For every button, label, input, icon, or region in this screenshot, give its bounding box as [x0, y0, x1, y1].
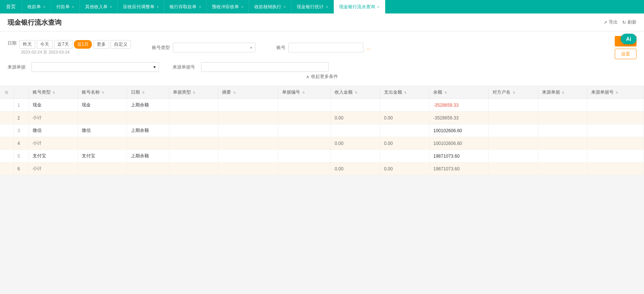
- nav-tab-1[interactable]: 付款单 ×: [51, 0, 80, 13]
- th-income[interactable]: 收入金额 ⇅: [331, 86, 380, 99]
- date-btn-more[interactable]: 更多: [93, 40, 109, 49]
- row-doc-type: [169, 150, 218, 163]
- row-income: 0.00: [331, 163, 380, 175]
- refresh-button[interactable]: ↻ 刷新: [622, 19, 636, 25]
- row-num: 5: [14, 150, 29, 163]
- row-expense: 0.00: [380, 112, 429, 124]
- row-account-type: 现金: [29, 99, 78, 112]
- row-source-doc-no: [587, 137, 644, 150]
- source-doc-select[interactable]: ▾: [32, 62, 159, 72]
- gear-icon[interactable]: ⚙: [5, 90, 9, 95]
- sort-icon: ⇅: [513, 91, 515, 94]
- row-account-name: 微信: [78, 124, 127, 137]
- table-row: 4 小计 0.00 0.00 100102606.60: [0, 137, 644, 150]
- nav-tab-5[interactable]: 预收冲应收单 ×: [207, 0, 249, 13]
- row-gear: [0, 124, 14, 137]
- row-balance: -3528659.33: [429, 112, 489, 124]
- row-account-type: 小计: [29, 137, 78, 150]
- close-icon[interactable]: ×: [157, 5, 159, 9]
- row-source-doc-no: [587, 163, 644, 175]
- data-table: ⚙ 账号类型 ⇅ 账号名称 ⇅ 日期 ⇅ 单据类型 ⇅: [0, 86, 644, 175]
- row-account-name: [78, 163, 127, 175]
- date-btn-custom[interactable]: 自定义: [111, 40, 131, 49]
- sort-icon: ⇅: [444, 91, 447, 94]
- row-expense: [380, 150, 429, 163]
- row-doc-no: [278, 99, 331, 112]
- sort-icon: ⇅: [615, 91, 618, 94]
- export-button[interactable]: ↗ 导出: [603, 19, 618, 25]
- settings-button[interactable]: 设置: [615, 49, 636, 59]
- nav-tab-4[interactable]: 银行存取款单 ×: [164, 0, 207, 13]
- row-source-doc: [538, 163, 587, 175]
- nav-tab-0[interactable]: 收款单 ×: [22, 0, 51, 13]
- row-account-type: 小计: [29, 112, 78, 124]
- th-balance[interactable]: 余额 ⇅: [429, 86, 489, 99]
- nav-tab-8[interactable]: 现金银行流水查询 ×: [334, 0, 385, 13]
- close-icon[interactable]: ×: [199, 5, 201, 9]
- collapse-button[interactable]: ∧ 收起更多条件: [8, 72, 636, 81]
- source-doc-num-input[interactable]: [201, 62, 329, 72]
- th-doc-type[interactable]: 单据类型 ⇅: [169, 86, 218, 99]
- th-summary[interactable]: 摘要 ⇅: [218, 86, 278, 99]
- close-icon[interactable]: ×: [241, 5, 243, 9]
- row-num: 1: [14, 99, 29, 112]
- row-income: 0.00: [331, 112, 380, 124]
- row-source-doc: [538, 124, 587, 137]
- chevron-up-icon: ∧: [306, 74, 309, 79]
- row-summary: [218, 99, 278, 112]
- th-counterpart[interactable]: 对方户名 ⇅: [489, 86, 538, 99]
- date-btn-yesterday[interactable]: 昨天: [20, 40, 35, 49]
- row-summary: [218, 112, 278, 124]
- th-num: [14, 86, 29, 99]
- sort-icon: ⇅: [302, 91, 305, 94]
- date-btn-1month[interactable]: 近1月: [74, 40, 92, 49]
- row-doc-type: [169, 112, 218, 124]
- close-icon[interactable]: ×: [110, 5, 112, 9]
- row-account-type: 微信: [29, 124, 78, 137]
- close-icon[interactable]: ×: [43, 5, 45, 9]
- row-expense: [380, 124, 429, 137]
- page-header: 现金银行流水查询 ↗ 导出 ↻ 刷新: [0, 13, 644, 31]
- row-doc-type: [169, 163, 218, 175]
- nav-tab-3[interactable]: 应收应付调整单 ×: [118, 0, 165, 13]
- th-expense[interactable]: 支出金额 ⇅: [380, 86, 429, 99]
- th-source-doc-no[interactable]: 来源单据号 ⇅: [587, 86, 644, 99]
- nav-tab-2[interactable]: 其他收入单 ×: [80, 0, 118, 13]
- th-account-name[interactable]: 账号名称 ⇅: [78, 86, 127, 99]
- nav-tab-7[interactable]: 现金银行统计 ×: [291, 0, 334, 13]
- row-account-name: 现金: [78, 99, 127, 112]
- account-label: 账号: [276, 45, 285, 51]
- th-source-doc[interactable]: 来源单据 ⇅: [538, 86, 587, 99]
- th-doc-no[interactable]: 单据编号 ⇅: [278, 86, 331, 99]
- ai-badge[interactable]: Ai: [621, 34, 636, 44]
- row-summary: [218, 150, 278, 163]
- export-icon: ↗: [603, 20, 607, 25]
- source-filter-row: 来源单据 ▾ 来源单据号: [8, 62, 636, 72]
- row-counterpart: [489, 99, 538, 112]
- date-btn-today[interactable]: 今天: [37, 40, 53, 49]
- th-date[interactable]: 日期 ⇅: [127, 86, 169, 99]
- close-icon[interactable]: ×: [284, 5, 286, 9]
- source-doc-label: 来源单据: [8, 64, 26, 70]
- account-input[interactable]: [288, 43, 363, 52]
- account-type-filter: 账号类型 ▾: [152, 43, 255, 52]
- nav-tab-6[interactable]: 收款核销执行 ×: [249, 0, 291, 13]
- table-row: 3 微信 微信 上期余额 100102606.60: [0, 124, 644, 137]
- th-account-type[interactable]: 账号类型 ⇅: [29, 86, 78, 99]
- row-counterpart: [489, 137, 538, 150]
- sort-icon: ⇅: [562, 91, 564, 94]
- row-source-doc-no: [587, 112, 644, 124]
- nav-home[interactable]: 首页: [0, 0, 22, 13]
- row-doc-type: [169, 99, 218, 112]
- row-gear: [0, 99, 14, 112]
- date-btn-7days[interactable]: 近7天: [54, 40, 72, 49]
- close-icon[interactable]: ×: [377, 5, 380, 9]
- row-expense: 0.00: [380, 163, 429, 175]
- close-icon[interactable]: ×: [72, 5, 74, 9]
- row-expense: [380, 99, 429, 112]
- date-range: 2023-02-24 至 2023-03-24: [21, 49, 131, 55]
- row-counterpart: [489, 112, 538, 124]
- dots-button[interactable]: ...: [366, 45, 371, 51]
- close-icon[interactable]: ×: [326, 5, 328, 9]
- account-type-select[interactable]: ▾: [173, 43, 255, 52]
